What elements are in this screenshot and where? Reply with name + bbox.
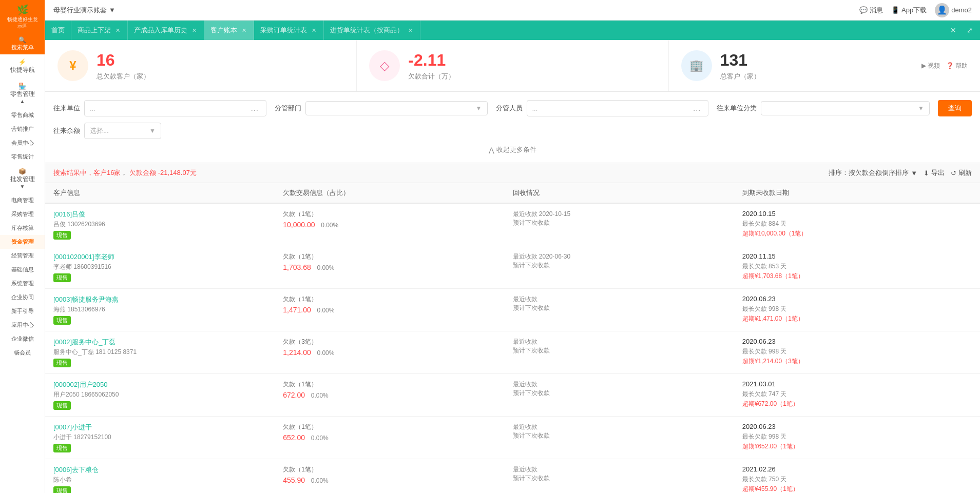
query-button[interactable]: 查询 <box>938 100 972 116</box>
customer-tag: 现售 <box>53 486 71 493</box>
sidebar-item-purchase[interactable]: 采购管理 <box>0 207 45 221</box>
overdue-link[interactable]: 超期¥652.00（1笔） <box>742 443 799 450</box>
customer-cell: [0016]吕俊 吕俊 13026203696 现售 <box>53 210 283 240</box>
company-selector[interactable]: 母婴行业演示账套 ▼ <box>53 6 116 15</box>
sidebar-item-basic-info[interactable]: 基础信息 <box>0 263 45 277</box>
debt-desc: 欠款（3笔） <box>283 338 512 346</box>
dept-select[interactable]: ▼ <box>305 101 488 115</box>
overdue-link[interactable]: 超期¥1,703.68（1笔） <box>742 272 804 280</box>
tab-close-product-toggle[interactable]: ✕ <box>114 27 121 34</box>
sidebar-item-retail-mgmt[interactable]: 🏪 零售管理 ▲ <box>0 78 45 108</box>
tab-home[interactable]: 首页 <box>45 21 71 40</box>
sidebar-item-new-guide[interactable]: 新手引导 <box>0 304 45 318</box>
latest-collection: 最近收款 2020-10-15 <box>513 210 742 219</box>
stat-label-debt-customers: 总欠款客户（家） <box>97 72 150 81</box>
latest-collection: 最近收款 <box>513 295 742 304</box>
customer-cell: [0006]去下粮仓 陈小希 现售 <box>53 465 283 493</box>
tab-purchase-order[interactable]: 采购订单统计表 ✕ <box>254 21 324 40</box>
tab-close-production-history[interactable]: ✕ <box>190 27 198 34</box>
customer-tag: 现售 <box>53 231 71 240</box>
latest-collection: 最近收款 2020-06-30 <box>513 252 742 261</box>
debt-amount-link[interactable]: 652.00 <box>283 433 305 442</box>
sidebar-item-batch-mgmt[interactable]: 📦 批发管理 ▼ <box>0 164 45 193</box>
debt-amount-link[interactable]: 455.90 <box>283 476 305 484</box>
overdue-link[interactable]: 超期¥10,000.00（1笔） <box>742 230 808 237</box>
stat-card-debt-customers: ¥ 16 总欠款客户（家） <box>45 40 357 91</box>
customer-name-link[interactable]: [0001020001]李老师 <box>53 253 114 261</box>
export-btn[interactable]: ⬇ 导出 <box>924 168 945 178</box>
overdue-link[interactable]: 超期¥1,471.00（1笔） <box>742 315 804 322</box>
tab-purchase-stat[interactable]: 进货单统计表（按商品） ✕ <box>324 21 420 40</box>
tab-product-toggle[interactable]: 商品上下架 ✕ <box>71 21 128 40</box>
overdue-link[interactable]: 超期¥1,214.00（3笔） <box>742 358 804 365</box>
debt-amount-link[interactable]: 1,703.68 <box>283 263 311 271</box>
tab-close-purchase-order[interactable]: ✕ <box>310 27 317 34</box>
help-btn[interactable]: ❓ 帮助 <box>946 62 968 70</box>
sidebar-item-app-center[interactable]: 应用中心 <box>0 318 45 332</box>
sort-selector[interactable]: 排序：按欠款金额倒序排序 ▼ <box>829 168 917 178</box>
sidebar-item-member[interactable]: 会员中心 <box>0 136 45 150</box>
sidebar-item-operations[interactable]: 经营管理 <box>0 249 45 263</box>
stat-icon-building: 🏢 <box>681 50 712 81</box>
top-bar: 母婴行业演示账套 ▼ 💬 消息 📱 App下载 👤 demo2 <box>45 0 980 21</box>
due-date: 2020.06.23 <box>742 295 972 303</box>
content-area: ¥ 16 总欠款客户（家） ◇ -2.11 欠款合计（万） <box>45 40 980 493</box>
customer-name-link[interactable]: [000002]用户2050 <box>53 381 108 388</box>
app-download-btn[interactable]: 📱 App下载 <box>891 6 927 15</box>
debt-amount-link[interactable]: 672.00 <box>283 391 305 399</box>
customer-name-link[interactable]: [0016]吕俊 <box>53 210 85 218</box>
sidebar-item-search-menu[interactable]: 🔍 搜索菜单 <box>0 33 45 54</box>
sidebar-item-enterprise[interactable]: 企业协同 <box>0 290 45 304</box>
debt-amount-link[interactable]: 10,000.00 <box>283 221 315 229</box>
next-collection: 预计下次收款 <box>513 304 742 312</box>
debt-amount-link[interactable]: 1,214.00 <box>283 348 311 357</box>
person-input[interactable]: ... … <box>527 100 709 116</box>
sidebar-item-retail-stat[interactable]: 零售统计 <box>0 150 45 164</box>
tabs-bar: 首页 商品上下架 ✕ 产成品入库单历史 ✕ 客户账本 ✕ 采购订单统计表 ✕ 进… <box>45 21 980 40</box>
user-menu[interactable]: 👤 demo2 <box>935 3 972 17</box>
tab-close-customer-account[interactable]: ✕ <box>240 27 247 34</box>
max-overdue: 最长欠款 747 天 <box>742 390 972 399</box>
overdue-link[interactable]: 超期¥455.90（1笔） <box>742 485 799 492</box>
unit-category-label: 往来单位分类 <box>717 104 757 113</box>
unit-category-select[interactable]: ▼ <box>761 101 930 115</box>
sidebar-item-enterprise-wechat[interactable]: 企业微信 <box>0 332 45 346</box>
message-btn[interactable]: 💬 消息 <box>859 6 883 15</box>
latest-collection: 最近收款 <box>513 338 742 346</box>
refresh-btn[interactable]: ↺ 刷新 <box>951 168 972 178</box>
tab-customer-account[interactable]: 客户账本 ✕ <box>204 21 254 40</box>
overdue-link[interactable]: 超期¥672.00（1笔） <box>742 400 799 407</box>
customer-name-link[interactable]: [0003]畅捷服务尹海燕 <box>53 295 119 303</box>
debt-amount-link[interactable]: 1,471.00 <box>283 306 311 314</box>
collapse-filter-btn[interactable]: ⋀ 收起更多条件 <box>53 145 972 154</box>
due-date: 2020.11.15 <box>742 252 972 260</box>
sidebar-item-vip-member[interactable]: 畅会员 <box>0 346 45 360</box>
table-row: [0001020001]李老师 李老师 18600391516 现售 欠款（1笔… <box>45 246 980 289</box>
customer-name-link[interactable]: [0007]小进干 <box>53 423 92 431</box>
debt-cell: 欠款（1笔） 10,000.00 0.00% <box>283 210 512 229</box>
tabs-collapse-btn[interactable]: ✕ <box>947 24 959 36</box>
customer-name-link[interactable]: [0006]去下粮仓 <box>53 466 99 474</box>
table-row: [000002]用户2050 用户2050 18665062050 现售 欠款（… <box>45 374 980 417</box>
tab-close-purchase-stat[interactable]: ✕ <box>407 27 414 34</box>
customer-name-link[interactable]: [0002]服务中心_丁磊 <box>53 338 116 346</box>
sidebar-item-finance[interactable]: 资金管理 <box>0 235 45 249</box>
max-overdue: 最长欠款 998 天 <box>742 432 972 441</box>
source-unit-input[interactable]: ... … <box>84 100 266 116</box>
latest-collection: 最近收款 <box>513 380 742 389</box>
sidebar-item-system[interactable]: 系统管理 <box>0 277 45 290</box>
sidebar-item-ecommerce[interactable]: 电商管理 <box>0 193 45 207</box>
customer-contact: 海燕 18513066976 <box>53 305 283 314</box>
logo-text: 畅捷通好生意 <box>0 16 45 23</box>
tab-production-history[interactable]: 产成品入库单历史 ✕ <box>128 21 204 40</box>
customer-tag: 现售 <box>53 444 71 452</box>
max-overdue: 最长欠款 998 天 <box>742 347 972 356</box>
sidebar-item-stock[interactable]: 库存核算 <box>0 221 45 235</box>
sidebar-item-quick-nav[interactable]: ⚡ 快捷导航 <box>0 54 45 78</box>
sidebar-item-marketing[interactable]: 营销推广 <box>0 122 45 136</box>
video-btn[interactable]: ▶ 视频 <box>921 62 940 70</box>
logo-subtitle: 示匹 <box>0 23 45 29</box>
sidebar-item-retail-mall[interactable]: 零售商城 <box>0 108 45 122</box>
tabs-expand-btn[interactable]: ⤢ <box>964 24 976 36</box>
balance-select[interactable]: 选择... ▼ <box>84 123 161 139</box>
